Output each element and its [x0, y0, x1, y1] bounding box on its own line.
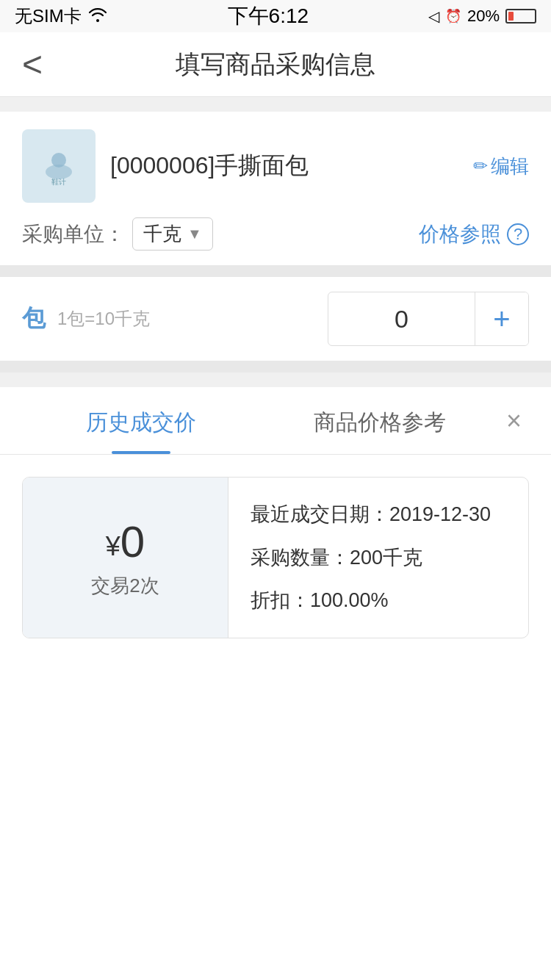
recent-date-value: 2019-12-30: [389, 503, 491, 525]
nav-bar: < 填写商品采购信息: [0, 32, 551, 97]
location-icon: ◁: [428, 7, 439, 25]
unit-select[interactable]: 千克 ▼: [132, 217, 213, 251]
product-image: 鞋计: [22, 129, 96, 203]
price-symbol: ¥: [106, 531, 120, 561]
unit-arrow-icon: ▼: [187, 226, 202, 242]
history-detail-panel: 最近成交日期：2019-12-30 采购数量：200千克 折扣：100.00%: [228, 478, 528, 638]
tab-history-label: 历史成交价: [86, 410, 196, 434]
carrier-text: 无SIM卡: [15, 4, 82, 28]
section-divider: [0, 265, 551, 277]
history-content: ¥0 交易2次 最近成交日期：2019-12-30 采购数量：200千克 折扣：…: [0, 455, 551, 660]
battery-icon: [505, 9, 536, 24]
tab-underline: [112, 451, 170, 454]
tab-close-button[interactable]: ×: [499, 391, 529, 451]
status-right: ◁ ⏰ 20%: [428, 7, 536, 26]
product-header: 鞋计 [0000006]手撕面包 ✏ 编辑: [22, 129, 529, 203]
tab-bar: 历史成交价 商品价格参考 ×: [0, 387, 551, 455]
price-ref-question-icon: ?: [507, 223, 529, 245]
tab-history-price[interactable]: 历史成交价: [22, 387, 260, 454]
product-name: [0000006]手撕面包: [110, 150, 309, 182]
product-left: 鞋计 [0000006]手撕面包: [22, 129, 309, 203]
discount-label: 折扣：: [251, 589, 310, 611]
quantity-display[interactable]: 0: [328, 292, 475, 345]
tab-product-price-ref[interactable]: 商品价格参考: [260, 387, 498, 454]
purchase-qty-line: 采购数量：200千克: [251, 543, 506, 573]
price-value: 0: [120, 517, 145, 566]
status-bar: 无SIM卡 下午6:12 ◁ ⏰ 20%: [0, 0, 551, 32]
unit-value: 千克: [143, 221, 181, 247]
tab-product-ref-label: 商品价格参考: [314, 410, 446, 434]
quantity-plus-button[interactable]: +: [475, 292, 528, 345]
recent-date-label: 最近成交日期：: [251, 503, 389, 525]
svg-text:鞋计: 鞋计: [51, 178, 66, 186]
unit-label: 采购单位：: [22, 220, 125, 248]
history-price-panel: ¥0 交易2次: [23, 478, 228, 638]
history-card: ¥0 交易2次 最近成交日期：2019-12-30 采购数量：200千克 折扣：…: [22, 477, 529, 638]
discount-line: 折扣：100.00%: [251, 586, 506, 616]
unit-area: 采购单位： 千克 ▼: [22, 217, 213, 251]
discount-value: 100.00%: [310, 589, 389, 611]
page-rest: [0, 660, 551, 981]
package-icon: 包: [22, 303, 46, 335]
transaction-count: 交易2次: [91, 573, 159, 599]
battery-percent: 20%: [467, 7, 500, 26]
alarm-icon: ⏰: [445, 8, 461, 24]
quantity-row: 包 1包=10千克 0 +: [0, 277, 551, 361]
purchase-qty-label: 采购数量：: [251, 547, 350, 569]
edit-button[interactable]: ✏ 编辑: [473, 154, 529, 179]
back-button[interactable]: <: [22, 47, 43, 82]
section-divider-2: [0, 361, 551, 372]
quantity-label: 包 1包=10千克: [22, 303, 150, 335]
status-carrier: 无SIM卡: [15, 4, 108, 28]
recent-date-line: 最近成交日期：2019-12-30: [251, 500, 506, 530]
package-hint: 1包=10千克: [57, 307, 150, 331]
edit-label: 编辑: [491, 154, 529, 179]
purchase-qty-value: 200千克: [350, 547, 422, 569]
wifi-icon: [87, 6, 108, 26]
price-ref-label: 价格参照: [419, 220, 501, 248]
price-ref-button[interactable]: 价格参照 ?: [419, 220, 529, 248]
product-unit-row: 采购单位： 千克 ▼ 价格参照 ?: [22, 217, 529, 251]
svg-point-1: [46, 165, 72, 179]
price-display: ¥0: [106, 516, 145, 567]
quantity-control: 0 +: [328, 292, 529, 346]
status-time: 下午6:12: [228, 2, 309, 30]
edit-icon: ✏: [473, 156, 488, 176]
product-card: 鞋计 [0000006]手撕面包 ✏ 编辑 采购单位： 千克 ▼ 价格参照 ?: [0, 112, 551, 265]
page-title: 填写商品采购信息: [176, 48, 375, 82]
